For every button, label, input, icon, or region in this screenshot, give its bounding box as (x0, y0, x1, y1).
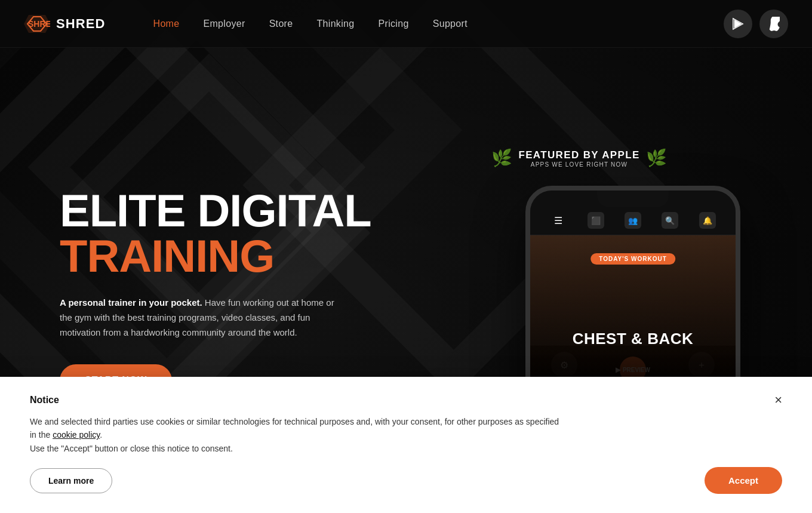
nav-home[interactable]: Home (153, 19, 180, 29)
people-icon[interactable]: 👥 (625, 212, 641, 229)
phone-inner: ☰ ⬛ 👥 🔍 🔔 TODAY'S WORKOUT CHEST & BACK (530, 191, 736, 408)
cookie-policy-link[interactable]: cookie policy (53, 430, 100, 440)
logo[interactable]: SHRED SHRED (24, 14, 106, 34)
bell-icon[interactable]: 🔔 (699, 212, 716, 229)
google-play-button[interactable] (724, 10, 752, 38)
nav-links: Home Employer Store Thinking Pricing Sup… (153, 19, 724, 29)
nav-store[interactable]: Store (269, 19, 293, 29)
cookie-close-button[interactable]: × (774, 394, 782, 407)
nav-support[interactable]: Support (433, 19, 467, 29)
headline-orange: TRAINING (60, 231, 274, 281)
cookie-body-text-2: . (100, 430, 102, 440)
laurel-right-icon: 🌿 (646, 148, 667, 168)
brand-name: SHRED (56, 16, 106, 32)
cookie-body-text-1: We and selected third parties use cookie… (30, 417, 559, 440)
featured-badge: 🌿 FEATURED BY APPLE APPS WE LOVE RIGHT N… (491, 148, 666, 168)
hero-subtext: A personal trainer in your pocket. Have … (60, 296, 346, 340)
laurel-left-icon: 🌿 (491, 148, 512, 168)
nav-thinking[interactable]: Thinking (316, 19, 354, 29)
svg-text:SHRED: SHRED (28, 19, 50, 29)
subtext-bold: A personal trainer in your pocket. (60, 297, 202, 308)
hero-right: 🌿 FEATURED BY APPLE APPS WE LOVE RIGHT N… (418, 148, 752, 413)
phone-topbar: ☰ ⬛ 👥 🔍 🔔 (530, 191, 736, 235)
featured-title: FEATURED BY APPLE (518, 149, 639, 161)
search-icon[interactable]: 🔍 (662, 212, 678, 229)
featured-subtitle: APPS WE LOVE RIGHT NOW (518, 161, 639, 168)
workout-icon[interactable]: ⬛ (588, 212, 604, 229)
menu-icon[interactable]: ☰ (550, 212, 567, 229)
cookie-header: Notice × (30, 394, 782, 407)
cookie-body: We and selected third parties use cookie… (30, 415, 567, 455)
accept-button[interactable]: Accept (705, 467, 782, 494)
cookie-actions: Learn more Accept (30, 467, 782, 494)
cookie-body-text-3: Use the "Accept" button or close this no… (30, 444, 233, 453)
apple-store-button[interactable] (759, 10, 788, 38)
cookie-title: Notice (30, 395, 59, 406)
nav-actions (724, 10, 788, 38)
cookie-notice: Notice × We and selected third parties u… (0, 377, 812, 513)
featured-text: FEATURED BY APPLE APPS WE LOVE RIGHT NOW (518, 148, 639, 168)
phone-hero-image: TODAY'S WORKOUT CHEST & BACK ⚙ Custom ▶ (530, 235, 736, 396)
hero-headline: ELITE DIGITAL TRAINING (60, 188, 418, 279)
nav-pricing[interactable]: Pricing (379, 19, 409, 29)
headline-white: ELITE DIGITAL (60, 185, 371, 236)
navbar: SHRED SHRED Home Employer Store Thinking… (0, 0, 812, 48)
learn-more-button[interactable]: Learn more (30, 468, 112, 493)
workout-title: CHEST & BACK (530, 330, 736, 348)
workout-label: TODAY'S WORKOUT (590, 253, 675, 265)
hero-left: ELITE DIGITAL TRAINING A personal traine… (60, 164, 418, 396)
nav-employer[interactable]: Employer (203, 19, 245, 29)
